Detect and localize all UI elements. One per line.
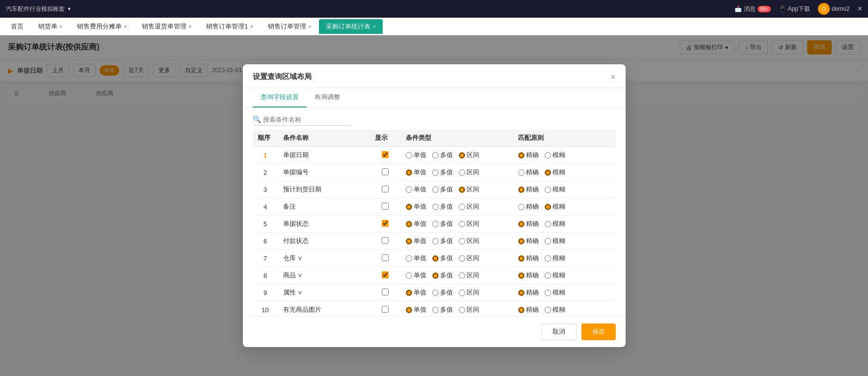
cell-match-7[interactable]: 精确模糊: [513, 267, 615, 284]
type-radio-range-4[interactable]: 区间: [459, 219, 479, 228]
type-radio-multi-0[interactable]: 多值: [432, 151, 453, 160]
tab-sales-order-mgmt1-close[interactable]: ×: [250, 24, 253, 29]
cell-match-6[interactable]: 精确模糊: [513, 250, 615, 267]
cell-show-7[interactable]: [370, 267, 401, 284]
show-checkbox-2[interactable]: [382, 186, 389, 192]
save-button[interactable]: 保存: [581, 323, 616, 340]
cell-type-6[interactable]: 单值多值区间: [401, 250, 513, 267]
cell-show-8[interactable]: [370, 284, 401, 301]
type-radio-range-8[interactable]: 区间: [459, 288, 479, 297]
cell-type-9[interactable]: 单值多值区间: [401, 301, 513, 317]
tab-sales-order-close[interactable]: ×: [59, 24, 62, 29]
type-radio-single-4[interactable]: 单值: [406, 219, 426, 228]
cell-type-1[interactable]: 单值多值区间: [401, 164, 513, 181]
type-radio-range-2[interactable]: 区间: [459, 185, 479, 194]
user-item[interactable]: D demo2: [818, 3, 850, 15]
cell-match-2[interactable]: 精确模糊: [513, 181, 615, 198]
match-radio-exact-3[interactable]: 精确: [518, 202, 539, 211]
cell-show-5[interactable]: [370, 233, 401, 250]
cell-show-2[interactable]: [370, 181, 401, 198]
match-radio-fuzzy-9[interactable]: 模糊: [545, 305, 565, 314]
match-radio-exact-5[interactable]: 精确: [518, 237, 539, 245]
cell-match-1[interactable]: 精确模糊: [513, 164, 615, 181]
match-radio-fuzzy-0[interactable]: 模糊: [545, 151, 565, 160]
tab-sales-order-mgmt[interactable]: 销售订单管理 ×: [261, 19, 318, 34]
tab-sales-order[interactable]: 销货单 ×: [31, 19, 69, 34]
app-download-item[interactable]: 📱 App下载: [779, 5, 810, 13]
tab-purchase-stats[interactable]: 采购订单统计表 ×: [319, 19, 382, 34]
type-radio-single-9[interactable]: 单值: [406, 305, 426, 314]
cell-match-5[interactable]: 精确模糊: [513, 233, 615, 250]
cell-match-4[interactable]: 精确模糊: [513, 215, 615, 233]
type-radio-single-6[interactable]: 单值: [406, 254, 426, 263]
tab-sales-expense-close[interactable]: ×: [124, 24, 127, 29]
match-radio-exact-4[interactable]: 精确: [518, 219, 539, 228]
cell-match-8[interactable]: 精确模糊: [513, 284, 615, 301]
type-radio-single-3[interactable]: 单值: [406, 202, 426, 211]
match-radio-exact-7[interactable]: 精确: [518, 271, 539, 280]
cell-match-3[interactable]: 精确模糊: [513, 198, 615, 215]
show-checkbox-8[interactable]: [382, 289, 389, 295]
tab-sales-order-mgmt-close[interactable]: ×: [308, 24, 311, 29]
match-radio-fuzzy-2[interactable]: 模糊: [545, 185, 565, 194]
type-radio-multi-6[interactable]: 多值: [432, 254, 453, 263]
type-radio-multi-7[interactable]: 多值: [432, 271, 453, 280]
match-radio-exact-8[interactable]: 精确: [518, 288, 539, 297]
show-checkbox-7[interactable]: [382, 271, 389, 278]
cell-show-6[interactable]: [370, 250, 401, 267]
type-radio-single-7[interactable]: 单值: [406, 271, 426, 280]
cell-show-3[interactable]: [370, 198, 401, 215]
cell-show-0[interactable]: [370, 147, 401, 164]
type-radio-single-8[interactable]: 单值: [406, 288, 426, 297]
type-radio-range-6[interactable]: 区间: [459, 254, 479, 263]
cell-type-7[interactable]: 单值多值区间: [401, 267, 513, 284]
cell-type-8[interactable]: 单值多值区间: [401, 284, 513, 301]
match-radio-fuzzy-4[interactable]: 模糊: [545, 219, 565, 228]
dialog-tab-layout[interactable]: 布局调整: [307, 88, 348, 107]
tab-sales-order-mgmt1[interactable]: 销售订单管理1 ×: [199, 19, 260, 34]
match-radio-fuzzy-6[interactable]: 模糊: [545, 254, 565, 263]
type-radio-multi-2[interactable]: 多值: [432, 185, 453, 194]
type-radio-multi-9[interactable]: 多值: [432, 305, 453, 314]
show-checkbox-0[interactable]: [382, 151, 389, 158]
type-radio-multi-4[interactable]: 多值: [432, 219, 453, 228]
cell-show-1[interactable]: [370, 164, 401, 181]
message-item[interactable]: 📩 消息 99+: [735, 5, 771, 13]
type-radio-range-9[interactable]: 区间: [459, 305, 479, 314]
top-close-button[interactable]: ×: [858, 4, 862, 13]
match-radio-exact-9[interactable]: 精确: [518, 305, 539, 314]
cell-type-4[interactable]: 单值多值区间: [401, 215, 513, 233]
tab-sales-return[interactable]: 销售退货单管理 ×: [135, 19, 198, 34]
cell-match-9[interactable]: 精确模糊: [513, 301, 615, 317]
cell-type-5[interactable]: 单值多值区间: [401, 233, 513, 250]
match-radio-exact-2[interactable]: 精确: [518, 185, 539, 194]
type-radio-multi-3[interactable]: 多值: [432, 202, 453, 211]
show-checkbox-4[interactable]: [382, 220, 389, 227]
show-checkbox-5[interactable]: [382, 237, 389, 244]
match-radio-fuzzy-5[interactable]: 模糊: [545, 237, 565, 245]
tab-sales-expense[interactable]: 销售费用分摊单 ×: [70, 19, 133, 34]
type-radio-range-7[interactable]: 区间: [459, 271, 479, 280]
dialog-close-button[interactable]: ×: [610, 73, 616, 81]
tab-sales-return-close[interactable]: ×: [188, 24, 191, 29]
type-radio-range-3[interactable]: 区间: [459, 202, 479, 211]
type-radio-range-0[interactable]: 区间: [459, 151, 479, 160]
type-radio-single-2[interactable]: 单值: [406, 185, 426, 194]
cell-type-0[interactable]: 单值多值区间: [401, 147, 513, 164]
cell-type-3[interactable]: 单值多值区间: [401, 198, 513, 215]
show-checkbox-1[interactable]: [382, 168, 389, 175]
dialog-tab-query-fields[interactable]: 查询字段设置: [253, 88, 307, 107]
match-radio-fuzzy-7[interactable]: 模糊: [545, 271, 565, 280]
type-radio-range-1[interactable]: 区间: [459, 168, 479, 177]
show-checkbox-9[interactable]: [382, 306, 389, 313]
cell-type-2[interactable]: 单值多值区间: [401, 181, 513, 198]
type-radio-single-5[interactable]: 单值: [406, 237, 426, 245]
type-radio-range-5[interactable]: 区间: [459, 237, 479, 245]
match-radio-fuzzy-3[interactable]: 模糊: [545, 202, 565, 211]
search-input[interactable]: [263, 116, 346, 123]
match-radio-fuzzy-1[interactable]: 模糊: [545, 168, 565, 177]
cancel-button[interactable]: 取消: [541, 323, 577, 340]
match-radio-exact-1[interactable]: 精确: [518, 168, 539, 177]
type-radio-multi-8[interactable]: 多值: [432, 288, 453, 297]
type-radio-single-0[interactable]: 单值: [406, 151, 426, 160]
